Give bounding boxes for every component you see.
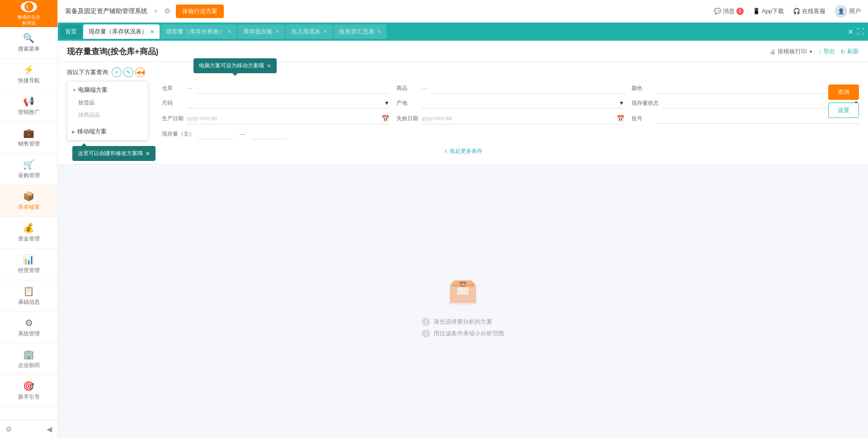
collapse-btn[interactable]: ∧ 收起更多条件 xyxy=(67,144,859,159)
stock-status-tab-label: 现存量（库存状况表） xyxy=(89,28,147,36)
create-scheme-tooltip: 这里可以创建和修改方案哦 ✕ xyxy=(72,146,156,161)
sidebar-item-base[interactable]: 📋 基础信息 xyxy=(0,280,57,312)
export-btn[interactable]: ↑ 导出 xyxy=(819,47,835,56)
sidebar-item-finance[interactable]: 💰 资金管理 xyxy=(0,217,57,249)
goods-dots[interactable]: ··· xyxy=(422,85,427,92)
filter-header-icons: + ✎ ◀◀ xyxy=(112,67,145,77)
create-tooltip-close-icon[interactable]: ✕ xyxy=(146,151,150,157)
add-scheme-icon[interactable]: + xyxy=(112,67,122,77)
scheme-item-2[interactable]: 按商品品 xyxy=(67,109,148,121)
close-icon[interactable]: ✕ xyxy=(377,29,381,35)
stock-main-min[interactable] xyxy=(197,129,233,139)
print-btn[interactable]: 🖨 按模板打印 ▼ xyxy=(770,47,813,56)
sidebar-item-stock[interactable]: 📦 库存核算 xyxy=(0,185,57,217)
color-label: 颜色 xyxy=(632,85,654,92)
page-actions: 🖨 按模板打印 ▼ ↑ 导出 ↻ 刷新 xyxy=(770,47,859,56)
app-name: 畅通好生意 标准版 xyxy=(18,14,40,26)
scheme-item-1[interactable]: 按货品 xyxy=(67,97,148,109)
size-select[interactable]: ▼ xyxy=(187,98,389,108)
print-icon: 🖨 xyxy=(770,48,776,55)
tip-num-1: 1 xyxy=(422,318,430,326)
filter-field-batch: 批号 xyxy=(632,113,859,124)
query-btn[interactable]: 查询 xyxy=(828,85,859,100)
filter-field-size: 尺码 ▼ xyxy=(162,98,389,108)
sidebar-item-marketing[interactable]: 📢 营销推广 xyxy=(0,90,57,122)
tab-expand-icon[interactable]: ⛶ xyxy=(857,28,864,36)
edit-scheme-icon[interactable]: ✎ xyxy=(123,67,133,77)
desktop-scheme-header[interactable]: ▼ 电脑端方案 xyxy=(67,83,148,97)
prod-date-input[interactable]: yyyy-mm-dd 📅 xyxy=(187,113,389,124)
footer-collapse-icon[interactable]: ◀ xyxy=(47,425,52,433)
tab-home[interactable]: 首页 xyxy=(60,24,82,39)
svg-text:6: 6 xyxy=(26,5,29,9)
origin-select[interactable]: ▼ xyxy=(422,98,624,108)
footer-settings-icon[interactable]: ⚙ xyxy=(5,425,12,433)
refresh-icon: ↻ xyxy=(840,48,845,55)
page-header: 现存量查询(按仓库+商品) 🖨 按模板打印 ▼ ↑ 导出 ↻ 刷新 xyxy=(58,41,868,62)
prod-date-label: 生产日期 xyxy=(162,115,184,122)
filter-row-2: 尺码 ▼ 产地 ▼ 现存量状态 xyxy=(162,98,859,108)
message-item[interactable]: 💬 消息 6 xyxy=(714,7,744,15)
filter-field-goods: 商品 ··· xyxy=(396,83,624,94)
tab-stock-dist[interactable]: 现存量（库存分布表） ✕ xyxy=(160,24,237,39)
refresh-btn[interactable]: ↻ 刷新 xyxy=(840,47,859,56)
stock-main-max[interactable] xyxy=(252,129,288,139)
system-icon: ⚙ xyxy=(25,317,33,328)
chevron-down-icon: ▼ xyxy=(809,49,813,54)
sidebar-item-enterprise[interactable]: 🏢 企业协同 xyxy=(0,344,57,375)
exp-date-input[interactable]: yyyy-mm-dd 📅 xyxy=(422,113,624,124)
sidebar-item-search[interactable]: 🔍 搜索菜单 xyxy=(0,27,57,59)
main-area: 装备及固定资产辅助管理系统 ▼ ⚙ 体验行业方案 💬 消息 6 📱 App下载 … xyxy=(58,0,868,438)
sidebar-item-operation[interactable]: 📊 经营管理 xyxy=(0,249,57,280)
mobile-icon: 📱 xyxy=(753,8,760,14)
industry-btn[interactable]: 体验行业方案 xyxy=(176,5,224,18)
back-scheme-icon[interactable]: ◀◀ xyxy=(135,67,145,77)
calendar-icon[interactable]: 📅 xyxy=(382,115,389,122)
stock-status-label: 现存量状态 xyxy=(632,99,659,107)
tip-num-2: 2 xyxy=(422,330,430,338)
mobile-scheme-header[interactable]: ▶ 移动端方案 xyxy=(67,125,148,138)
size-label: 尺码 xyxy=(162,99,184,107)
sidebar-item-system[interactable]: ⚙ 系统管理 xyxy=(0,312,57,344)
user-item[interactable]: 👤 用户 xyxy=(835,5,861,18)
close-icon[interactable]: ✕ xyxy=(323,29,327,35)
svg-point-0 xyxy=(24,2,33,11)
empty-illustration xyxy=(440,265,486,311)
sidebar-item-quick-nav[interactable]: ⚡ 快捷导航 xyxy=(0,59,57,90)
scheme-tooltip: 电脑方案可设为移动方案哦 ✕ xyxy=(193,58,277,73)
tooltip-close-icon[interactable]: ✕ xyxy=(267,63,271,69)
close-icon[interactable]: ✕ xyxy=(275,29,279,35)
filter-row-3: 生产日期 yyyy-mm-dd 📅 失效日期 yyyy-mm-dd 📅 xyxy=(162,113,859,124)
tab-recv-summary[interactable]: 收发存汇总表 ✕ xyxy=(334,24,387,39)
filter-field-prod-date: 生产日期 yyyy-mm-dd 📅 xyxy=(162,113,389,124)
app-logo: 6 畅通好生意 标准版 xyxy=(0,0,57,27)
filter-field-origin: 产地 ▼ xyxy=(396,98,624,108)
operation-icon: 📊 xyxy=(23,254,34,265)
finance-icon: 💰 xyxy=(23,222,34,233)
chevron-up-icon: ∧ xyxy=(443,148,448,154)
tab-stock-batch[interactable]: 库存批次账 ✕ xyxy=(238,24,285,39)
sidebar-item-purchase[interactable]: 🛒 采购管理 xyxy=(0,154,57,185)
filter-field-stock-status: 现存量状态 ▼ xyxy=(632,98,859,108)
svg-point-10 xyxy=(464,283,466,284)
topbar-settings-icon[interactable]: ⚙ xyxy=(164,7,170,15)
message-badge: 6 xyxy=(736,8,744,15)
sidebar-item-sales[interactable]: 💼 销售管理 xyxy=(0,122,57,154)
calendar-icon[interactable]: 📅 xyxy=(617,115,624,122)
close-icon[interactable]: ✕ xyxy=(227,29,231,35)
close-icon[interactable]: ✕ xyxy=(150,29,154,35)
stock-icon: 📦 xyxy=(23,191,34,202)
tab-close-all-icon[interactable]: ✕ xyxy=(848,28,854,36)
app-download-item[interactable]: 📱 App下载 xyxy=(753,7,784,15)
chevron-down-icon: ▼ xyxy=(72,88,76,93)
warehouse-label: 仓库 xyxy=(162,85,184,92)
warehouse-dots[interactable]: ··· xyxy=(187,85,193,92)
tabbar: 首页 现存量（库存状况表） ✕ 现存量（库存分布表） ✕ 库存批次账 ✕ 出入库… xyxy=(58,23,868,41)
online-support-item[interactable]: 🎧 在线客服 xyxy=(793,7,826,15)
reset-btn[interactable]: 设置 xyxy=(828,103,859,118)
sidebar-item-guide[interactable]: 🎯 新手引导 xyxy=(0,375,57,407)
tabbar-actions: ✕ ⛶ xyxy=(848,28,866,36)
tab-io-flow[interactable]: 出入库流水 ✕ xyxy=(286,24,333,39)
tab-stock-status[interactable]: 现存量（库存状况表） ✕ xyxy=(83,24,160,39)
stock-batch-tab-label: 库存批次账 xyxy=(243,28,273,36)
